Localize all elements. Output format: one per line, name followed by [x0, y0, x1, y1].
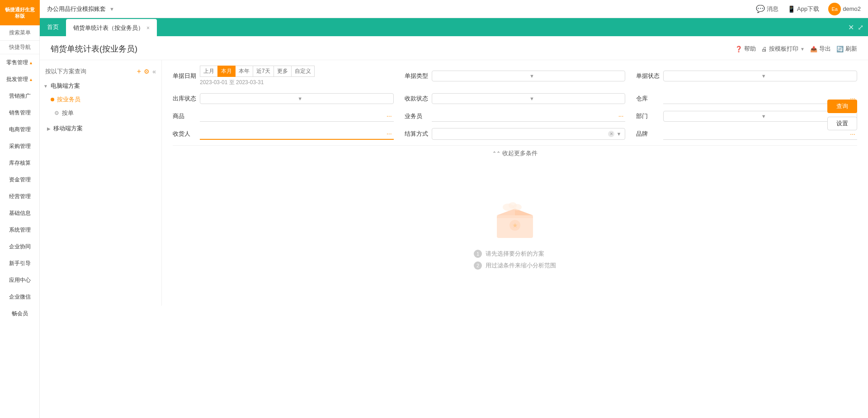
add-scheme-icon[interactable]: + [137, 67, 141, 76]
user-profile[interactable]: Ea demo2 [828, 3, 861, 15]
pc-scheme-label: 电脑端方案 [51, 82, 80, 90]
sidebar-item-retail[interactable]: 零售管理 [0, 54, 39, 71]
sidebar-item-ecommerce[interactable]: 电商管理 [0, 121, 39, 138]
brand-input-field[interactable] [665, 130, 850, 137]
sidebar-item-label: 基础信息 [9, 209, 31, 217]
filter-grid: 单据日期 上月 本月 本年 近7天 更多 自定义 2023-03-01 至 20… [173, 66, 857, 140]
help-button[interactable]: ❓ 帮助 [735, 45, 756, 53]
consignee-input-field[interactable] [202, 130, 387, 137]
goods-filter-row: 商品 ··· [173, 110, 394, 122]
sidebar-item-purchase[interactable]: 采购管理 [0, 138, 39, 155]
empty-step-2: 2 用过滤条件来缩小分析范围 [474, 261, 556, 270]
sidebar-item-label: 采购管理 [9, 142, 31, 150]
date-tab-more[interactable]: 更多 [274, 66, 292, 77]
tab-close-all-icon[interactable]: ✕ [847, 22, 855, 33]
doc-type-filter-row: 单据类型 ▼ [405, 66, 626, 86]
doc-type-label: 单据类型 [405, 72, 428, 80]
sidebar-item-wechat[interactable]: 企业微信 [0, 289, 39, 305]
mobile-scheme-title[interactable]: ▶ 移动端方案 [40, 122, 161, 135]
scheme-query-label: 按以下方案查询 [45, 67, 86, 76]
quick-nav-section[interactable]: 快捷导航 [0, 41, 39, 54]
settings-button[interactable]: 设置 [827, 117, 857, 130]
salesperson-input[interactable]: ··· [432, 110, 626, 122]
sidebar-item-label: 新手引导 [9, 260, 31, 267]
consignee-filter-row: 收货人 ··· [173, 128, 394, 140]
refresh-icon: 🔄 [836, 46, 844, 52]
brand-dots-icon[interactable]: ··· [850, 130, 855, 138]
sidebar-search-section[interactable]: 搜索菜单 [0, 25, 39, 41]
account-dropdown-arrow[interactable]: ▼ [109, 6, 114, 12]
out-status-filter-row: 出库状态 ▼ [173, 93, 394, 104]
sidebar-item-sales[interactable]: 销售管理 [0, 104, 39, 121]
consignee-dots-icon[interactable]: ··· [387, 130, 392, 137]
export-button[interactable]: 📤 导出 [810, 45, 831, 53]
tab-sales-stat[interactable]: 销货单统计表（按业务员） × [66, 19, 157, 37]
goods-input[interactable]: ··· [200, 110, 394, 122]
warehouse-input-field[interactable] [665, 95, 850, 102]
sidebar-item-label: 销售管理 [9, 109, 31, 117]
tab-close-icon[interactable]: × [146, 25, 150, 31]
pc-scheme-title[interactable]: ▼ 电脑端方案 [40, 79, 161, 93]
settings-scheme-icon[interactable]: ⚙ [144, 68, 150, 75]
mobile-scheme-label: 移动端方案 [53, 124, 83, 133]
settlement-filter-row: 结算方式 × ▼ [405, 128, 626, 140]
sidebar-item-basic[interactable]: 基础信息 [0, 205, 39, 222]
salesperson-input-field[interactable] [434, 113, 618, 119]
content-area: 按以下方案查询 + ⚙ « ▼ 电脑端方案 按业务员 [40, 60, 868, 306]
date-tab-7days[interactable]: 近7天 [253, 66, 274, 77]
date-tab-last-month[interactable]: 上月 [200, 66, 218, 77]
print-button[interactable]: 🖨 按模板打印 ▼ [761, 45, 805, 53]
action-buttons: 查询 设置 [827, 100, 857, 130]
doc-type-select[interactable]: ▼ [432, 71, 626, 81]
account-title: 办公用品行业模拟账套 [47, 5, 106, 13]
sidebar-item-label: 应用中心 [9, 276, 31, 284]
date-tab-this-year[interactable]: 本年 [235, 66, 253, 77]
sidebar-item-inventory[interactable]: 库存核算 [0, 155, 39, 171]
export-icon: 📤 [810, 46, 817, 52]
sidebar-item-appcenter[interactable]: 应用中心 [0, 272, 39, 289]
sidebar-item-wholesale[interactable]: 批发管理 ▲ [0, 71, 39, 88]
settlement-select[interactable]: × ▼ [432, 128, 626, 140]
sidebar-item-member[interactable]: 畅会员 [0, 305, 39, 322]
sidebar-item-finance[interactable]: 资金管理 [0, 171, 39, 188]
tab-home[interactable]: 首页 [40, 18, 66, 36]
message-button[interactable]: 💬 消息 [756, 5, 778, 13]
out-status-select[interactable]: ▼ [200, 93, 394, 104]
tab-maximize-icon[interactable]: ⤢ [857, 22, 864, 33]
salesperson-dots-icon[interactable]: ··· [618, 112, 624, 119]
doc-status-select[interactable]: ▼ [663, 71, 857, 81]
top-header: 办公用品行业模拟账套 ▼ 💬 消息 📱 App下载 Ea demo2 [40, 0, 868, 18]
avatar-initials: Ea [832, 6, 838, 12]
date-control: 上月 本月 本年 近7天 更多 自定义 2023-03-01 至 2023-03… [200, 66, 394, 86]
consignee-input[interactable]: ··· [200, 128, 394, 140]
goods-dots-icon[interactable]: ··· [387, 112, 392, 119]
doc-status-filter-row: 单据状态 ▼ [636, 66, 857, 86]
scheme-doc-label: 按单 [62, 109, 74, 117]
date-tab-this-month[interactable]: 本月 [217, 66, 236, 77]
collapse-more-button[interactable]: ⌃⌃ 收起更多条件 [173, 145, 857, 161]
app-download-button[interactable]: 📱 App下载 [788, 5, 819, 13]
user-name: demo2 [843, 5, 861, 12]
scheme-item-by-doc[interactable]: ⚙ 按单 [40, 106, 161, 120]
sidebar-item-label: 批发管理 [6, 76, 28, 83]
sidebar-item-marketing[interactable]: 营销推广 [0, 88, 39, 104]
sidebar-item-newuser[interactable]: 新手引导 [0, 255, 39, 272]
goods-input-field[interactable] [202, 113, 387, 119]
goods-label: 商品 [173, 112, 196, 120]
refresh-button[interactable]: 🔄 刷新 [836, 45, 857, 53]
active-dot-icon [51, 98, 54, 101]
collapse-scheme-icon[interactable]: « [152, 68, 156, 75]
settlement-clear-icon[interactable]: × [608, 131, 614, 137]
sidebar-item-cooperation[interactable]: 企业协同 [0, 238, 39, 255]
help-icon: ❓ [735, 46, 742, 52]
scheme-item-salesperson[interactable]: 按业务员 [40, 93, 161, 106]
logo-text-line1: 畅捷通好生意 [5, 6, 35, 13]
sidebar-item-system[interactable]: 系统管理 [0, 222, 39, 238]
query-button[interactable]: 查询 [827, 100, 857, 113]
receipt-status-select[interactable]: ▼ [432, 93, 626, 104]
app-logo: 畅捷通好生意 标版 [0, 0, 40, 25]
date-tab-custom[interactable]: 自定义 [291, 66, 315, 77]
print-arrow: ▼ [800, 47, 805, 52]
brand-filter-row: 品牌 ··· [636, 128, 857, 140]
sidebar-item-operation[interactable]: 经营管理 [0, 188, 39, 205]
